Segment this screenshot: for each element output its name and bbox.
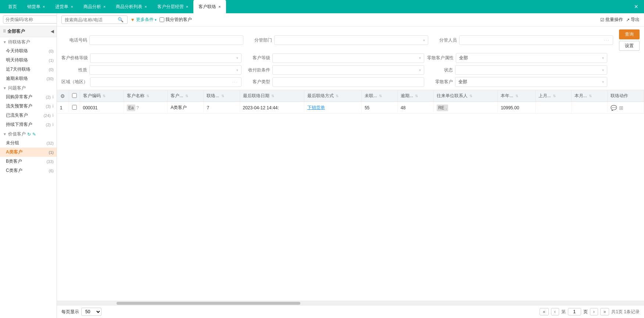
- value-group-edit-icon[interactable]: ✎: [32, 132, 36, 137]
- th-category-label: 客户...: [171, 93, 183, 98]
- nav-sales-close[interactable]: ×: [43, 4, 45, 9]
- th-last-method[interactable]: 最后联络方式 ⇅: [304, 90, 361, 102]
- page-label: 第: [561, 309, 566, 315]
- sidebar-item-unclassified[interactable]: 未分组 (32): [0, 138, 57, 148]
- close-all-button[interactable]: ×: [631, 3, 641, 11]
- h-scroll-thumb[interactable]: [117, 302, 300, 305]
- nav-home[interactable]: 首页: [3, 0, 22, 13]
- nav-analysis-close[interactable]: ×: [103, 4, 105, 9]
- batch-ops-btn[interactable]: ☑ 批量操作: [600, 17, 623, 23]
- sidebar-item-7days[interactable]: 近7天待联络 (0): [0, 65, 57, 74]
- nav-customer-contact[interactable]: 客户联络 ×: [193, 0, 226, 13]
- filter-region-select[interactable]: ···: [90, 77, 242, 87]
- filter-bar: 🔍 ▼ 更多条件 ▾ 我分管的客户 ☑ 批量操作 ↗ 导出: [57, 13, 644, 26]
- nav-purchase-close[interactable]: ×: [71, 4, 73, 9]
- bottom-bar: 每页显示 20 50 100 200 « ‹ 第 页 › » 共1页 1条记录: [57, 305, 644, 318]
- settings-button[interactable]: 设置: [619, 41, 640, 51]
- th-name[interactable]: 客户名称 ⇅: [124, 90, 167, 102]
- filter-search-icon[interactable]: 🔍: [118, 17, 124, 22]
- sidebar-item-tomorrow-label: 明天待联络: [6, 57, 28, 63]
- th-last-date[interactable]: 最后联络日期 ⇅: [240, 90, 304, 102]
- sidebar-item-class-c[interactable]: C类客户 (6): [0, 166, 57, 175]
- first-page-btn[interactable]: «: [540, 308, 549, 315]
- nav-customer-segment[interactable]: 客户分层经营 ×: [152, 0, 193, 13]
- filter-payment-select[interactable]: ▾: [272, 65, 425, 75]
- qr-action-icon[interactable]: ⊞: [619, 105, 623, 111]
- my-customers-checkbox-input[interactable]: [160, 17, 164, 22]
- sidebar-item-class-a-label: A类客户: [6, 149, 22, 155]
- nav-purchase[interactable]: 进货单 ×: [50, 0, 78, 13]
- th-last-month[interactable]: 上月... ⇅: [535, 90, 571, 102]
- sidebar-item-tomorrow[interactable]: 明天待联络 (1): [0, 56, 57, 65]
- row-checkbox[interactable]: [72, 105, 77, 110]
- page-size-select[interactable]: 20 50 100 200: [81, 308, 101, 316]
- filter-dept-select[interactable]: ▾: [274, 35, 428, 45]
- sidebar-item-churn-warning[interactable]: 流失预警客户 (3) ℹ: [0, 102, 57, 111]
- nav-analysis-list[interactable]: 商品分析列表 ×: [111, 0, 152, 13]
- filter-scatter-attr-select[interactable]: 全部 ▾: [456, 53, 607, 63]
- sidebar-item-class-a[interactable]: A类客户 (1): [0, 148, 57, 157]
- sidebar-item-overdue[interactable]: 逾期未联络 (30): [0, 74, 57, 83]
- sidebar-item-declining[interactable]: 持续下滑客户 (2) ℹ: [0, 120, 57, 129]
- value-group-refresh-icon[interactable]: ↻: [27, 132, 31, 137]
- nav-customer-segment-close[interactable]: ×: [186, 4, 188, 9]
- gear-icon[interactable]: ⚙: [60, 93, 65, 99]
- horizontal-scrollbar[interactable]: [57, 301, 644, 305]
- this-year-amount: 10995.00: [501, 105, 519, 110]
- top-nav: 首页 销货单 × 进货单 × 商品分析 × 商品分析列表 × 客户分层经营 × …: [0, 0, 644, 13]
- nav-sales[interactable]: 销货单 ×: [22, 0, 50, 13]
- pending-group-header[interactable]: ▼ 待联络客户: [0, 37, 57, 46]
- filter-customer-level-select[interactable]: ▾: [272, 53, 425, 63]
- filter-manager-input[interactable]: ···: [459, 35, 613, 45]
- th-this-year[interactable]: 本年... ⇅: [498, 90, 535, 102]
- th-overdue[interactable]: 逾期... ⇅: [398, 90, 434, 102]
- next-page-btn[interactable]: ›: [590, 308, 598, 315]
- filter-nature-select[interactable]: ▾: [89, 65, 242, 75]
- prev-page-btn[interactable]: ‹: [551, 308, 559, 315]
- sort-icon-overdue: ⇅: [415, 94, 418, 98]
- value-group-header[interactable]: ▼ 价值客户 ↻ ✎: [0, 129, 57, 138]
- chat-action-icon[interactable]: 💬: [611, 105, 617, 111]
- th-code[interactable]: 客户编码 ⇅: [80, 90, 124, 102]
- page-input[interactable]: [568, 308, 581, 315]
- last-method-link[interactable]: 下销货单: [307, 105, 325, 110]
- pending-arrow-icon: ▼: [3, 40, 7, 44]
- action-btns: 查询 设置: [616, 29, 640, 51]
- all-customers-header[interactable]: ⠿ 全部客户 ◀: [0, 26, 57, 37]
- sidebar-item-class-b[interactable]: B类客户 (33): [0, 157, 57, 166]
- filter-scatter-select[interactable]: 全部 ▾: [455, 77, 607, 87]
- th-uncontacted[interactable]: 未联... ⇅: [361, 90, 397, 102]
- last-page-btn[interactable]: »: [600, 308, 609, 315]
- export-btn[interactable]: ↗ 导出: [626, 17, 640, 23]
- td-checkbox[interactable]: [69, 102, 80, 114]
- my-customers-checkbox[interactable]: 我分管的客户: [160, 17, 192, 23]
- filter-phone-input[interactable]: [89, 35, 243, 45]
- sidebar-item-class-b-label: B类客户: [6, 158, 22, 165]
- th-contact[interactable]: 联络... ⇅: [204, 90, 240, 102]
- sidebar-search-input[interactable]: [3, 15, 57, 24]
- th-this-month[interactable]: 本月... ⇅: [571, 90, 607, 102]
- nav-analysis-list-close[interactable]: ×: [144, 4, 147, 9]
- nav-customer-contact-close[interactable]: ×: [218, 4, 221, 9]
- th-action-label: 联络动作: [611, 93, 628, 98]
- filter-customer-type-input[interactable]: [272, 77, 425, 87]
- th-checkbox[interactable]: [69, 90, 80, 102]
- sidebar-item-today[interactable]: 今天待联络 (0): [0, 46, 57, 56]
- select-all-checkbox[interactable]: [72, 93, 77, 98]
- th-category[interactable]: 客户... ⇅: [168, 90, 204, 102]
- problem-group-header[interactable]: ▼ 问题客户: [0, 83, 57, 92]
- sidebar-item-repurchase[interactable]: 回购异常客户 (2) ℹ: [0, 92, 57, 102]
- filter-status-select[interactable]: ▾: [455, 65, 607, 75]
- nav-analysis[interactable]: 商品分析 ×: [78, 0, 111, 13]
- th-unit-contact[interactable]: 往来单位联系人 ⇅: [434, 90, 498, 102]
- filter-search-input[interactable]: [65, 17, 116, 22]
- sidebar-collapse-btn[interactable]: ◀: [51, 29, 54, 34]
- filter-price-level-select[interactable]: ▾: [90, 53, 242, 63]
- sidebar-item-churned[interactable]: 已流失客户 (24) ℹ: [0, 111, 57, 120]
- filter-more-btn[interactable]: ▼ 更多条件 ▾: [130, 17, 157, 23]
- th-gear[interactable]: ⚙: [57, 90, 69, 102]
- query-button[interactable]: 查询: [619, 29, 640, 39]
- info-icon-declining: ℹ: [52, 122, 54, 127]
- th-contact-label: 联络...: [207, 93, 219, 98]
- filter-payment-label: 收付款条件: [244, 67, 270, 73]
